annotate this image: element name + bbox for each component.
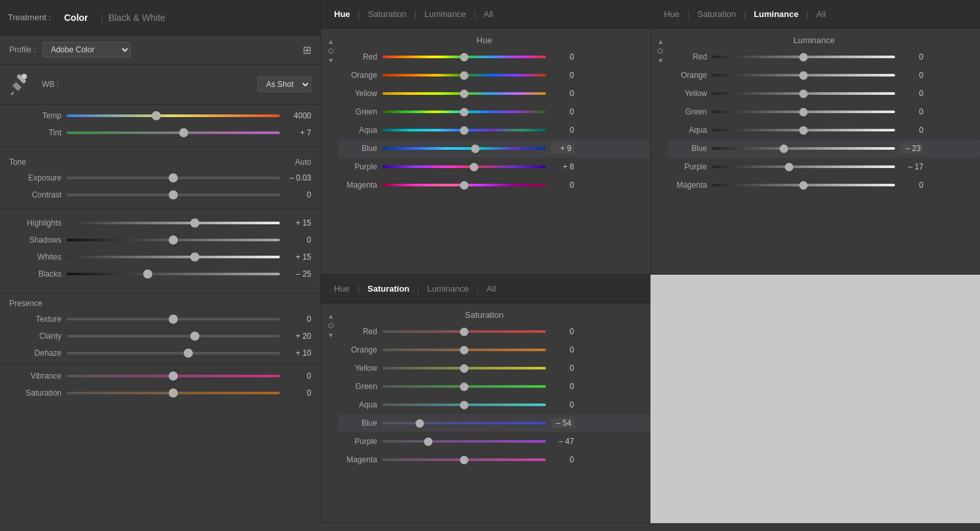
- sat-orange-thumb[interactable]: [460, 346, 468, 354]
- sat-arrow-down[interactable]: ▼: [328, 332, 334, 339]
- whites-track[interactable]: [67, 256, 280, 258]
- sat-tab-all[interactable]: All: [480, 281, 502, 296]
- clarity-track[interactable]: [67, 335, 280, 337]
- lum-dot[interactable]: [658, 48, 663, 54]
- exposure-thumb[interactable]: [169, 173, 178, 182]
- lum-orange-thumb[interactable]: [800, 71, 808, 80]
- sat-tab-hue[interactable]: Hue: [328, 281, 356, 296]
- texture-thumb[interactable]: [169, 315, 178, 324]
- hue-red-track[interactable]: [382, 56, 546, 58]
- hue-blue-track[interactable]: [382, 147, 546, 150]
- shadows-thumb[interactable]: [169, 235, 178, 245]
- sat-aqua-thumb[interactable]: [460, 401, 468, 409]
- hue-aqua-thumb[interactable]: [460, 126, 468, 135]
- lum-arrow-down[interactable]: ▼: [658, 57, 664, 64]
- blacks-track[interactable]: [67, 273, 280, 275]
- treatment-color-btn[interactable]: Color: [64, 12, 88, 23]
- lum-magenta-track[interactable]: [712, 184, 895, 186]
- hue-green-track[interactable]: [382, 111, 546, 113]
- hue-aqua-track[interactable]: [382, 129, 546, 131]
- highlights-thumb[interactable]: [190, 218, 199, 228]
- lum-blue-thumb[interactable]: [779, 145, 788, 153]
- hue-red-thumb[interactable]: [460, 53, 468, 61]
- hue-green-thumb[interactable]: [460, 108, 468, 116]
- contrast-track[interactable]: [67, 194, 280, 196]
- profile-select[interactable]: Adobe Color Adobe Landscape Adobe Portra…: [42, 42, 131, 58]
- sat-yellow-track[interactable]: [382, 367, 546, 369]
- texture-track[interactable]: [67, 318, 280, 320]
- sat-red-thumb[interactable]: [460, 328, 468, 336]
- sat-magenta-thumb[interactable]: [460, 456, 468, 464]
- treatment-bw-btn[interactable]: Black & White: [109, 12, 165, 23]
- contrast-thumb[interactable]: [169, 190, 178, 199]
- whites-thumb[interactable]: [190, 252, 199, 262]
- wb-select[interactable]: As Shot Auto Daylight Cloudy: [258, 77, 311, 92]
- hue-yellow-thumb[interactable]: [460, 90, 468, 98]
- saturation-track[interactable]: [67, 392, 280, 394]
- sat-orange-track[interactable]: [382, 349, 546, 351]
- profile-grid-icon[interactable]: ⊞: [303, 44, 311, 56]
- tint-track[interactable]: [67, 131, 280, 134]
- lum-purple-thumb[interactable]: [785, 163, 794, 171]
- sat-purple-thumb[interactable]: [424, 437, 432, 446]
- lum-green-thumb[interactable]: [800, 108, 808, 116]
- lum-yellow-track[interactable]: [712, 92, 895, 95]
- hue-yellow-track[interactable]: [382, 92, 546, 95]
- hue-tab-saturation[interactable]: Saturation: [362, 7, 413, 22]
- tint-thumb[interactable]: [179, 128, 188, 137]
- lum-yellow-thumb[interactable]: [800, 90, 808, 98]
- lum-purple-track[interactable]: [712, 165, 895, 168]
- hue-tab-all[interactable]: All: [477, 7, 499, 22]
- temp-thumb[interactable]: [152, 111, 161, 120]
- hue-blue-thumb[interactable]: [471, 145, 480, 153]
- dehaze-track[interactable]: [67, 352, 280, 354]
- lum-red-track[interactable]: [712, 56, 895, 58]
- saturation-thumb[interactable]: [169, 388, 178, 398]
- hue-magenta-thumb[interactable]: [460, 181, 468, 190]
- shadows-track[interactable]: [67, 239, 280, 241]
- lum-orange-track[interactable]: [712, 74, 895, 77]
- sat-red-track[interactable]: [382, 330, 546, 333]
- hue-dot[interactable]: [328, 48, 333, 54]
- lum-tab-hue[interactable]: Hue: [658, 7, 686, 22]
- hue-magenta-track[interactable]: [382, 184, 546, 186]
- sat-green-track[interactable]: [382, 385, 546, 388]
- sat-magenta-value: 0: [551, 455, 574, 464]
- lum-aqua-track[interactable]: [712, 129, 895, 131]
- sat-aqua-track[interactable]: [382, 403, 546, 406]
- lum-green-track[interactable]: [712, 111, 895, 113]
- sat-dot[interactable]: [328, 323, 333, 328]
- lum-tab-saturation[interactable]: Saturation: [690, 7, 742, 22]
- lum-blue-track[interactable]: [712, 147, 895, 150]
- hue-tab-hue[interactable]: Hue: [328, 7, 357, 22]
- exposure-track[interactable]: [67, 177, 280, 179]
- clarity-thumb[interactable]: [190, 332, 199, 341]
- highlights-track[interactable]: [67, 222, 280, 224]
- lum-red-thumb[interactable]: [800, 53, 808, 61]
- tone-auto-btn[interactable]: Auto: [295, 158, 311, 167]
- hue-tab-luminance[interactable]: Luminance: [418, 7, 473, 22]
- blacks-thumb[interactable]: [143, 269, 152, 279]
- sat-blue-track[interactable]: [382, 422, 546, 424]
- hue-purple-thumb[interactable]: [469, 163, 478, 171]
- lum-tab-all[interactable]: All: [810, 7, 832, 22]
- temp-track[interactable]: [67, 114, 280, 117]
- eyedropper-tool[interactable]: [9, 71, 29, 97]
- hue-arrow-down[interactable]: ▼: [328, 57, 334, 64]
- sat-yellow-thumb[interactable]: [460, 364, 468, 373]
- lum-aqua-thumb[interactable]: [800, 126, 808, 135]
- lum-tab-luminance[interactable]: Luminance: [747, 7, 805, 22]
- sat-green-thumb[interactable]: [460, 383, 468, 391]
- vibrance-track[interactable]: [67, 375, 280, 377]
- dehaze-thumb[interactable]: [184, 349, 193, 358]
- sat-tab-luminance[interactable]: Luminance: [420, 281, 475, 296]
- sat-purple-track[interactable]: [382, 440, 546, 443]
- sat-tab-saturation[interactable]: Saturation: [361, 281, 416, 296]
- hue-orange-track[interactable]: [382, 74, 546, 77]
- hue-orange-thumb[interactable]: [460, 71, 468, 80]
- vibrance-thumb[interactable]: [169, 371, 178, 381]
- hue-purple-track[interactable]: [382, 165, 546, 168]
- sat-blue-thumb[interactable]: [416, 419, 424, 428]
- sat-magenta-track[interactable]: [382, 458, 546, 461]
- lum-magenta-thumb[interactable]: [800, 181, 808, 190]
